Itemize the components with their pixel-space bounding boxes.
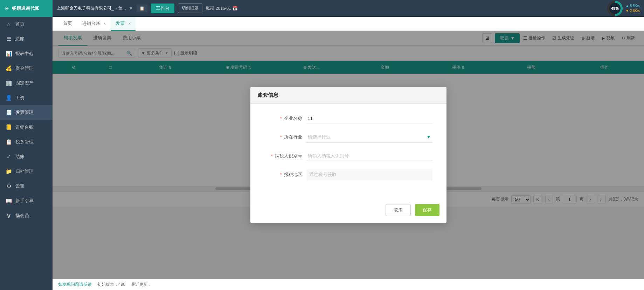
sidebar-item-label: 资金管理: [15, 65, 34, 72]
reports-icon: 📊: [6, 50, 12, 57]
tab-home-label: 首页: [63, 20, 72, 27]
cancel-button[interactable]: 取消: [386, 204, 411, 216]
tab-purchase-sales[interactable]: 进销台账 ×: [77, 17, 111, 31]
ledger-icon: ☰: [6, 36, 12, 42]
page-tabs: 首页 进销台账 × 发票 ×: [53, 17, 644, 31]
archive-icon: 📁: [6, 168, 12, 175]
sidebar-item-payroll[interactable]: 👤 工资: [0, 90, 53, 105]
sidebar-item-ledger[interactable]: ☰ 总账: [0, 32, 53, 46]
sidebar-item-label: 畅会员: [15, 213, 29, 219]
speed-widget: 49% ▲ 8.5K/s ▼ 2.6K/s: [607, 1, 640, 16]
home-icon: ⌂: [6, 21, 12, 27]
industry-select[interactable]: 请选择行业 ▼: [306, 132, 432, 143]
sidebar-item-vip[interactable]: V 畅会员: [0, 208, 53, 223]
tab-invoice-close[interactable]: ×: [128, 21, 130, 26]
modal-title: 账套信息: [250, 87, 446, 104]
sidebar-item-label: 进销台账: [15, 124, 34, 130]
sidebar-item-finance[interactable]: 💰 资金管理: [0, 61, 53, 76]
content-area: 销项发票 进项发票 费用小票 ⊞ 取票 ▼ ☰: [53, 31, 644, 279]
modal-overlay[interactable]: 账套信息 * 企业名称: [53, 31, 644, 279]
sidebar-item-label: 新手引导: [15, 198, 34, 204]
sidebar-item-label: 工资: [15, 95, 25, 101]
sidebar: ☀ 畅康通易代账 ⌂ 首页 ☰ 总账 📊 报表中心 💰 资金管理 🏢 固定资: [0, 0, 53, 290]
company-name-input[interactable]: [306, 114, 432, 123]
speed-circle: 49%: [607, 1, 623, 16]
invoice-icon: 🧾: [6, 109, 12, 116]
sidebar-item-label: 税务管理: [15, 139, 34, 145]
main-area: 上海卯金刀电子科技有限公司_（台201... ▼ 📋 工作台 切到旧版 账期 2…: [53, 0, 644, 290]
download-speed: ▼ 2.6K/s: [625, 8, 640, 13]
switch-old-version-button[interactable]: 切到旧版: [178, 4, 202, 13]
tax-id-input[interactable]: [306, 151, 432, 161]
sidebar-item-home[interactable]: ⌂ 首页: [0, 17, 53, 32]
sidebar-logo: ☀ 畅康通易代账: [0, 0, 53, 17]
topbar: 上海卯金刀电子科技有限公司_（台201... ▼ 📋 工作台 切到旧版 账期 2…: [53, 0, 644, 17]
tab-invoice[interactable]: 发票 ×: [111, 17, 135, 31]
sidebar-item-label: 首页: [15, 21, 25, 27]
purchase-sales-icon: 📒: [6, 124, 12, 130]
modal-footer: 取消 保存: [250, 198, 446, 223]
industry-field: 请选择行业 ▼: [306, 132, 432, 143]
sidebar-item-reports[interactable]: 📊 报表中心: [0, 46, 53, 61]
sidebar-item-settings[interactable]: ⚙ 设置: [0, 179, 53, 194]
company-dropdown-icon[interactable]: ▼: [129, 6, 133, 11]
sidebar-item-invoice[interactable]: 🧾 发票管理: [0, 105, 53, 120]
form-row-company: * 企业名称: [264, 114, 432, 123]
sidebar-nav: ⌂ 首页 ☰ 总账 📊 报表中心 💰 资金管理 🏢 固定资产 👤 工资: [0, 17, 53, 290]
tax-region-display: 通过税号获取: [306, 169, 432, 180]
vip-icon: V: [6, 213, 12, 219]
sidebar-item-close[interactable]: ✓ 结账: [0, 149, 53, 164]
industry-placeholder: 请选择行业: [308, 134, 331, 140]
sidebar-item-label: 结账: [15, 154, 25, 160]
tax-id-label: * 纳税人识别号: [264, 153, 306, 159]
company-icon-button[interactable]: 📋: [137, 5, 147, 12]
feedback-link[interactable]: 如发现问题请反馈: [58, 282, 92, 288]
payroll-icon: 👤: [6, 95, 12, 101]
form-row-tax-region: * 报税地区 通过税号获取: [264, 169, 432, 180]
sidebar-item-assets[interactable]: 🏢 固定资产: [0, 76, 53, 90]
modal-body: * 企业名称 * 所在行业: [250, 104, 446, 198]
gear-icon: ⚙: [6, 183, 12, 189]
guide-icon: 📖: [6, 198, 12, 204]
sidebar-item-archive[interactable]: 📁 归档管理: [0, 164, 53, 179]
tab-purchase-sales-close[interactable]: ×: [104, 21, 106, 26]
period-display: 账期 2016-01 📅: [206, 5, 238, 11]
close-books-icon: ✓: [6, 154, 12, 160]
save-button[interactable]: 保存: [415, 204, 439, 216]
sidebar-item-guide[interactable]: 📖 新手引导: [0, 194, 53, 208]
company-selector[interactable]: 上海卯金刀电子科技有限公司_（台201... ▼: [57, 5, 133, 11]
sidebar-item-label: 发票管理: [15, 109, 34, 116]
sidebar-item-label: 归档管理: [15, 168, 34, 175]
sidebar-item-purchase-sales[interactable]: 📒 进销台账: [0, 120, 53, 135]
sidebar-item-tax[interactable]: 📋 税务管理: [0, 135, 53, 149]
sidebar-item-label: 固定资产: [15, 80, 34, 86]
industry-dropdown-icon: ▼: [427, 134, 431, 140]
tax-id-field: [306, 151, 432, 161]
tax-region-field: 通过税号获取: [306, 169, 432, 180]
tab-purchase-sales-label: 进销台账: [82, 20, 100, 27]
calendar-icon[interactable]: 📅: [233, 6, 238, 11]
account-info-modal: 账套信息 * 企业名称: [250, 87, 446, 223]
bottom-bar: 如发现问题请反馈 初始版本：490 最近更新：: [53, 279, 644, 290]
tax-region-label: * 报税地区: [264, 171, 306, 178]
industry-label: * 所在行业: [264, 134, 306, 140]
tab-home[interactable]: 首页: [58, 17, 77, 31]
version-info: 初始版本：490: [97, 282, 125, 288]
company-name-label: * 企业名称: [264, 115, 306, 122]
logo-icon: ☀: [4, 5, 9, 12]
update-info: 最近更新：: [131, 282, 152, 288]
sidebar-item-label: 总账: [15, 36, 25, 42]
form-row-tax-id: * 纳税人识别号: [264, 151, 432, 161]
finance-icon: 💰: [6, 65, 12, 72]
tab-invoice-label: 发票: [116, 20, 125, 27]
sidebar-item-label: 报表中心: [15, 50, 34, 57]
period-label: 账期: [206, 5, 214, 11]
speed-stats: ▲ 8.5K/s ▼ 2.6K/s: [625, 4, 640, 13]
period-value: 2016-01: [216, 6, 231, 11]
speed-percent: 49%: [609, 3, 621, 14]
sidebar-item-label: 设置: [15, 183, 25, 189]
workbench-button[interactable]: 工作台: [151, 4, 174, 13]
assets-icon: 🏢: [6, 80, 12, 86]
form-row-industry: * 所在行业 请选择行业 ▼: [264, 132, 432, 143]
tax-icon: 📋: [6, 139, 12, 145]
